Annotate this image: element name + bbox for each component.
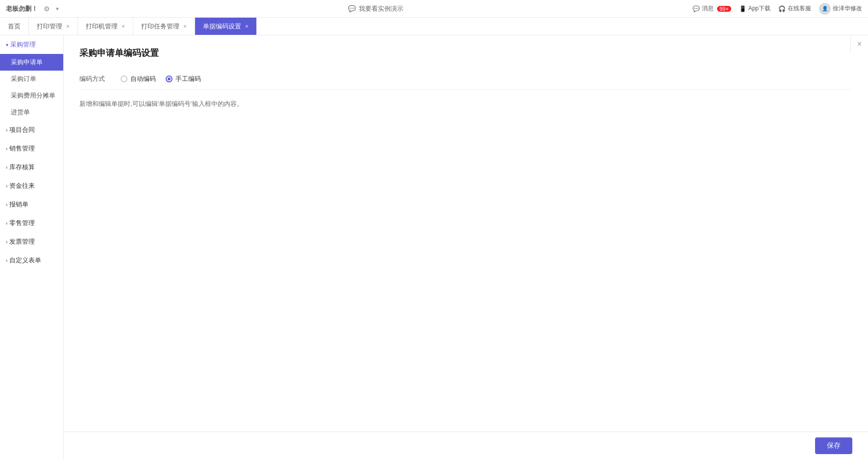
sidebar-group-expense-report[interactable]: › 报销单 bbox=[0, 195, 63, 214]
content-inner: 采购申请单编码设置 编码方式 自动编码 手工编码 bbox=[64, 35, 868, 432]
tab-print-task-management[interactable]: 打印任务管理 × bbox=[133, 18, 195, 35]
sidebar-group-custom-form-label: 自定义表单 bbox=[9, 256, 41, 265]
sidebar-group-funds-label: 资金往来 bbox=[9, 181, 35, 190]
chevron-right-icon-custom: › bbox=[6, 258, 7, 263]
tab-code-settings[interactable]: 单据编码设置 × bbox=[195, 18, 257, 35]
sidebar-group-project-contract[interactable]: › 项目合同 bbox=[0, 121, 63, 139]
sidebar-item-purchase-order[interactable]: 采购订单 bbox=[0, 71, 63, 87]
sidebar-group-retail[interactable]: › 零售管理 bbox=[0, 214, 63, 232]
sidebar-item-purchase-request[interactable]: 采购申请单 bbox=[0, 54, 63, 71]
settings-icon[interactable]: ⚙ bbox=[44, 5, 50, 13]
hint-text: 新增和编辑单据时,可以编辑'单据编码号'输入框中的内容。 bbox=[79, 100, 852, 108]
chevron-right-icon-retail: › bbox=[6, 221, 7, 226]
top-bar-left: 老板勿删！ ⚙ ▾ bbox=[6, 4, 59, 13]
save-button[interactable]: 保存 bbox=[815, 437, 852, 454]
app-icon: 📱 bbox=[739, 5, 746, 12]
sidebar-group-expense-report-label: 报销单 bbox=[9, 200, 28, 209]
tab-home-label: 首页 bbox=[8, 22, 21, 31]
auto-code-label: 自动编码 bbox=[130, 75, 156, 83]
content-area: 采购申请单编码设置 编码方式 自动编码 手工编码 bbox=[64, 35, 868, 459]
sidebar-group-invoice-label: 发票管理 bbox=[9, 237, 35, 246]
main-layout: ▾ 采购管理 采购申请单 采购订单 采购费用分摊单 进货单 › 项目合同 › 销… bbox=[0, 35, 868, 459]
sidebar-group-inventory-label: 库存核算 bbox=[9, 163, 35, 172]
avatar: 👤 bbox=[819, 3, 831, 15]
sidebar: ▾ 采购管理 采购申请单 采购订单 采购费用分摊单 进货单 › 项目合同 › 销… bbox=[0, 35, 64, 459]
sidebar-group-retail-label: 零售管理 bbox=[9, 219, 35, 228]
sidebar-group-project-contract-label: 项目合同 bbox=[9, 126, 35, 134]
footer-bar: 保存 bbox=[64, 432, 868, 459]
chevron-right-icon-sales: › bbox=[6, 146, 7, 152]
chevron-right-icon-invoice: › bbox=[6, 239, 7, 245]
message-icon: 💬 bbox=[693, 5, 700, 12]
tab-bar: 首页 打印管理 × 打印机管理 × 打印任务管理 × 单据编码设置 × × bbox=[0, 18, 868, 35]
tab-print-task-management-close[interactable]: × bbox=[183, 23, 187, 30]
tab-code-settings-close[interactable]: × bbox=[245, 23, 248, 30]
sidebar-group-sales-label: 销售管理 bbox=[9, 144, 35, 153]
radio-auto-circle bbox=[121, 76, 127, 82]
chevron-right-icon-inventory: › bbox=[6, 165, 7, 170]
headset-icon: 🎧 bbox=[778, 5, 786, 12]
page-close-btn[interactable]: × bbox=[850, 35, 868, 53]
sidebar-item-purchase-expense[interactable]: 采购费用分摊单 bbox=[0, 87, 63, 104]
tab-code-settings-label: 单据编码设置 bbox=[203, 22, 241, 31]
message-label: 消息 bbox=[702, 4, 714, 13]
tab-print-management-label: 打印管理 bbox=[37, 22, 62, 31]
online-service-btn[interactable]: 🎧 在线客服 bbox=[778, 4, 811, 13]
page-title: 采购申请单编码设置 bbox=[79, 47, 852, 59]
manual-code-label: 手工编码 bbox=[175, 75, 201, 83]
demo-link[interactable]: 💬 我要看实例演示 bbox=[348, 4, 403, 13]
tab-print-management[interactable]: 打印管理 × bbox=[29, 18, 78, 35]
tab-printer-management-label: 打印机管理 bbox=[86, 22, 118, 31]
chevron-right-icon-expense: › bbox=[6, 202, 7, 207]
tab-print-task-management-label: 打印任务管理 bbox=[141, 22, 179, 31]
sidebar-item-goods-receipt[interactable]: 进货单 bbox=[0, 104, 63, 121]
sidebar-group-invoice[interactable]: › 发票管理 bbox=[0, 232, 63, 251]
sidebar-group-procurement-label: 采购管理 bbox=[10, 40, 36, 49]
top-bar: 老板勿删！ ⚙ ▾ 💬 我要看实例演示 💬 消息 99+ 📱 App下载 🎧 在… bbox=[0, 0, 868, 18]
sidebar-group-sales[interactable]: › 销售管理 bbox=[0, 139, 63, 158]
tab-home[interactable]: 首页 bbox=[0, 18, 29, 35]
coding-mode-row: 编码方式 自动编码 手工编码 bbox=[79, 69, 852, 90]
tab-printer-management-close[interactable]: × bbox=[122, 23, 125, 30]
top-bar-right: 💬 消息 99+ 📱 App下载 🎧 在线客服 👤 徐泽华修改 bbox=[693, 3, 862, 15]
tab-print-management-close[interactable]: × bbox=[66, 23, 70, 30]
user-profile-btn[interactable]: 👤 徐泽华修改 bbox=[819, 3, 862, 15]
coding-mode-label: 编码方式 bbox=[79, 75, 109, 83]
sidebar-group-procurement[interactable]: ▾ 采购管理 bbox=[0, 35, 63, 54]
radio-manual-code[interactable]: 手工编码 bbox=[166, 75, 201, 83]
chevron-down-icon: ▾ bbox=[6, 42, 8, 48]
brand-text: 老板勿删！ bbox=[6, 4, 38, 13]
sidebar-group-funds[interactable]: › 资金往来 bbox=[0, 177, 63, 195]
radio-manual-circle bbox=[166, 76, 173, 82]
chevron-right-icon-funds: › bbox=[6, 183, 7, 189]
sidebar-group-inventory[interactable]: › 库存核算 bbox=[0, 158, 63, 177]
radio-auto-code[interactable]: 自动编码 bbox=[121, 75, 156, 83]
sidebar-group-custom-form[interactable]: › 自定义表单 bbox=[0, 251, 63, 270]
message-badge: 99+ bbox=[717, 6, 731, 12]
message-btn[interactable]: 💬 消息 99+ bbox=[693, 4, 731, 13]
user-name: 徐泽华修改 bbox=[833, 4, 862, 13]
radio-group: 自动编码 手工编码 bbox=[121, 75, 201, 83]
tab-printer-management[interactable]: 打印机管理 × bbox=[78, 18, 133, 35]
dropdown-icon[interactable]: ▾ bbox=[56, 5, 59, 12]
chevron-right-icon: › bbox=[6, 128, 7, 133]
app-download-btn[interactable]: 📱 App下载 bbox=[739, 4, 770, 13]
